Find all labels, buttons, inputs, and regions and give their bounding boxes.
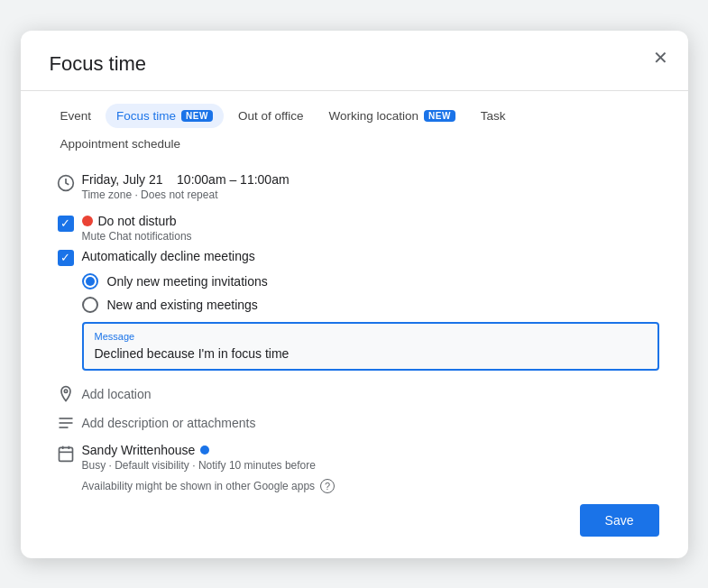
tab-out-of-office[interactable]: Out of office [227,104,315,128]
radio-only-new-label: Only new meeting invitations [107,274,268,289]
auto-decline-row: ✓ Automatically decline meetings [50,248,659,266]
footer: Save [50,504,659,537]
description-text[interactable]: Add description or attachments [82,416,256,430]
dnd-label: Do not disturb [82,214,192,228]
dnd-label-text: Do not disturb [98,214,177,228]
message-box[interactable]: Message [82,322,659,371]
date-text: Friday, July 21 [82,172,163,187]
help-icon[interactable]: ? [320,479,335,493]
location-row: Add location [50,385,659,403]
calendar-dot [200,446,209,455]
dnd-checkbox[interactable]: ✓ [50,214,82,232]
svg-point-1 [64,390,67,392]
radio-group: Only new meeting invitations New and exi… [82,273,659,313]
datetime-row: Friday, July 21 10:00am – 11:00am Time z… [50,172,659,201]
radio-only-new[interactable]: Only new meeting invitations [82,273,659,289]
availability-row: Availability might be shown in other Goo… [82,479,659,493]
availability-text: Availability might be shown in other Goo… [82,480,316,492]
focus-time-new-badge: NEW [181,110,213,122]
auto-decline-checked-icon: ✓ [58,250,74,266]
auto-decline-label: Automatically decline meetings [82,248,255,263]
calendar-info: Sandy Writtenhouse Busy · Default visibi… [82,443,659,472]
timezone-repeat: Time zone · Does not repeat [82,188,659,201]
description-row: Add description or attachments [50,414,659,432]
tab-task[interactable]: Task [470,104,517,128]
divider [21,90,688,91]
tab-working-location-label: Working location [328,109,418,123]
time-text: 10:00am – 11:00am [177,172,290,187]
working-location-new-badge: NEW [424,110,455,122]
dialog: ✕ Focus time Event Focus time NEW Out of… [21,31,688,558]
tab-appointment-schedule[interactable]: Appointment schedule [50,132,192,156]
message-label: Message [95,331,647,342]
message-input[interactable] [95,346,647,361]
checkbox-checked-icon: ✓ [58,216,74,232]
calendar-icon [50,443,82,463]
tab-working-location[interactable]: Working location NEW [317,104,465,128]
radio-new-existing-button[interactable] [82,297,98,313]
tab-focus-time[interactable]: Focus time NEW [106,104,224,128]
tab-focus-time-label: Focus time [116,109,176,123]
svg-rect-5 [59,447,72,461]
tab-event[interactable]: Event [50,104,103,128]
radio-selected-dot [86,277,95,286]
radio-new-existing[interactable]: New and existing meetings [82,297,659,313]
do-not-disturb-row: ✓ Do not disturb Mute Chat notifications [50,214,659,243]
description-icon [50,414,82,432]
save-button[interactable]: Save [580,504,659,537]
radio-only-new-button[interactable] [82,273,98,289]
datetime-content: Friday, July 21 10:00am – 11:00am Time z… [82,172,659,201]
red-dot-icon [82,216,93,226]
dnd-content: Do not disturb Mute Chat notifications [82,214,192,243]
tabs-bar: Event Focus time NEW Out of office Worki… [50,104,659,156]
calendar-sublabel: Busy · Default visibility · Notify 10 mi… [82,459,659,472]
clock-icon [50,172,82,192]
calendar-row: Sandy Writtenhouse Busy · Default visibi… [50,443,659,472]
date-time-text[interactable]: Friday, July 21 10:00am – 11:00am [82,172,659,187]
radio-new-existing-label: New and existing meetings [107,298,258,312]
dialog-title: Focus time [50,52,659,76]
close-button[interactable]: ✕ [647,43,676,72]
location-text[interactable]: Add location [82,387,152,401]
auto-decline-checkbox[interactable]: ✓ [50,248,82,266]
location-icon [50,385,82,403]
calendar-name-text: Sandy Writtenhouse [82,443,196,457]
calendar-name: Sandy Writtenhouse [82,443,659,457]
dnd-sublabel: Mute Chat notifications [82,230,192,243]
